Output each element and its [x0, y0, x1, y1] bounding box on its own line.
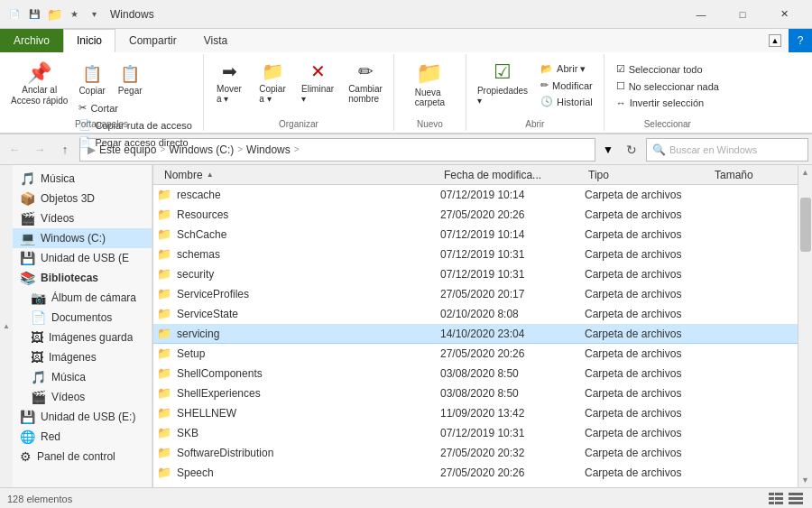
table-row[interactable]: 📁 ShellComponents 03/08/2020 8:50 Carpet…: [153, 364, 798, 383]
docs-icon: 📄: [31, 310, 46, 325]
invertir-button[interactable]: ↔ Invertir selección: [611, 96, 710, 110]
sidebar-item-documentos[interactable]: 📄 Documentos: [13, 308, 152, 328]
sidebar-scroll-up[interactable]: ▲: [0, 165, 13, 487]
scrollbar-down-button[interactable]: ▼: [798, 473, 812, 487]
sidebar-item-musica[interactable]: 🎵 Música: [13, 169, 152, 189]
copiar-button[interactable]: 📋 Copiar: [73, 61, 110, 98]
address-dropdown-button[interactable]: ▼: [599, 138, 617, 162]
table-row[interactable]: 📁 ShellExperiences 03/08/2020 8:50 Carpe…: [153, 383, 798, 403]
sidebar-item-imagenes[interactable]: 🖼 Imágenes: [13, 347, 152, 367]
sort-arrow: ▲: [207, 171, 214, 179]
images-icon: 🖼: [31, 350, 43, 365]
file-name: 📁 security: [153, 267, 433, 281]
eliminar-button[interactable]: ✕ Eliminar▾: [296, 58, 339, 106]
new-folder-icon: 📁: [416, 60, 443, 86]
file-name: 📁 servicing: [153, 327, 433, 340]
maximize-button[interactable]: □: [722, 0, 763, 29]
table-row[interactable]: 📁 SKB 07/12/2019 10:31 Carpeta de archiv…: [153, 423, 798, 443]
music2-icon: 🎵: [31, 370, 46, 384]
mover-button[interactable]: ➡ Movera ▾: [209, 58, 249, 106]
sidebar-item-usb2[interactable]: 💾 Unidad de USB (E:): [13, 407, 152, 427]
table-row[interactable]: 📁 ServiceState 02/10/2020 8:08 Carpeta d…: [153, 304, 798, 324]
tab-inicio[interactable]: Inicio: [63, 29, 115, 52]
crumb-windows[interactable]: Windows: [246, 143, 291, 156]
svg-rect-0: [769, 493, 774, 495]
sidebar-item-red[interactable]: 🌐 Red: [13, 427, 152, 447]
dropdown-arrow-icon[interactable]: ▾: [87, 7, 101, 22]
table-row[interactable]: 📁 Speech 27/05/2020 20:26 Carpeta de arc…: [153, 463, 798, 483]
search-box[interactable]: 🔍 Buscar en Windows: [646, 138, 808, 162]
table-row[interactable]: 📁 security 07/12/2019 10:31 Carpeta de a…: [153, 264, 798, 284]
cambiar-nombre-button[interactable]: ✏ Cambiarnombre: [343, 58, 388, 106]
folder-icon: 📁: [157, 406, 171, 420]
table-row[interactable]: 📁 SchCache 07/12/2019 10:14 Carpeta de a…: [153, 225, 798, 245]
no-sel-button[interactable]: ☐ No seleccionar nada: [611, 79, 724, 94]
minimize-button[interactable]: —: [680, 0, 722, 29]
sidebar-item-musica2[interactable]: 🎵 Música: [13, 367, 152, 387]
file-name: 📁 schemas: [153, 247, 433, 261]
scrollbar-up-button[interactable]: ▲: [798, 165, 812, 180]
list-view-button[interactable]: [767, 491, 785, 507]
tab-vista[interactable]: Vista: [190, 29, 241, 52]
historial-label: Historial: [557, 97, 593, 107]
sidebar-item-usb[interactable]: 💾 Unidad de USB (E: [13, 248, 152, 268]
table-row[interactable]: 📁 SHELLNEW 11/09/2020 13:42 Carpeta de a…: [153, 403, 798, 423]
svg-rect-1: [775, 493, 783, 495]
move-icon: ➡: [222, 60, 237, 82]
help-button[interactable]: ?: [789, 29, 812, 52]
right-scrollbar[interactable]: ▲ ▼: [798, 165, 812, 487]
title-bar: 📄 💾 📁 ★ ▾ Windows — □ ✕: [0, 0, 812, 29]
svg-rect-3: [775, 497, 783, 500]
scrollbar-thumb[interactable]: [800, 198, 811, 252]
portapapeles-content: 📌 Anclar alAcceso rápido 📋 Copiar 📋 Pega…: [5, 54, 198, 164]
tab-compartir[interactable]: Compartir: [115, 29, 190, 52]
table-row[interactable]: 📁 SoftwareDistribution 27/05/2020 20:32 …: [153, 443, 798, 463]
sidebar-item-panel[interactable]: ⚙ Panel de control: [13, 447, 152, 466]
table-row[interactable]: 📁 Resources 27/05/2020 20:26 Carpeta de …: [153, 205, 798, 225]
table-row[interactable]: 📁 rescache 07/12/2019 10:14 Carpeta de a…: [153, 185, 798, 205]
table-row[interactable]: 📁 schemas 07/12/2019 10:31 Carpeta de ar…: [153, 245, 798, 264]
modificar-button[interactable]: ✏ Modificar: [535, 78, 598, 93]
propiedades-button[interactable]: ☑ Propiedades▾: [472, 58, 533, 108]
sidebar-item-bibliotecas[interactable]: 📚 Bibliotecas: [13, 268, 152, 288]
historial-button[interactable]: 🕓 Historial: [535, 94, 598, 109]
3d-icon: 📦: [20, 191, 35, 206]
sidebar-label-usb: Unidad de USB (E: [41, 252, 129, 264]
col-header-nombre[interactable]: Nombre ▲: [157, 169, 437, 181]
file-name: 📁 SchCache: [153, 227, 433, 241]
tab-archivo[interactable]: Archivo: [0, 29, 63, 52]
pegar-button[interactable]: 📋 Pegar: [113, 61, 148, 98]
table-row[interactable]: 📁 servicing 14/10/2020 23:04 Carpeta de …: [153, 324, 798, 344]
network-icon: 🌐: [20, 429, 35, 444]
close-button[interactable]: ✕: [763, 0, 805, 29]
window-title: Windows: [110, 8, 154, 21]
ribbon-collapse-button[interactable]: ▲: [769, 34, 781, 47]
cortar-button[interactable]: ✂ Cortar: [73, 100, 198, 115]
sidebar-item-objetos3d[interactable]: 📦 Objetos 3D: [13, 189, 152, 208]
sidebar-item-windows-c[interactable]: 💻 Windows (C:): [13, 228, 152, 248]
table-row[interactable]: 📁 ServiceProfiles 27/05/2020 20:17 Carpe…: [153, 284, 798, 304]
ribbon: Archivo Inicio Compartir Vista ▲ ? 📌 Anc…: [0, 29, 812, 134]
nueva-carpeta-button[interactable]: 📁 Nuevacarpeta: [410, 58, 450, 110]
file-name: 📁 rescache: [153, 188, 433, 201]
sidebar-item-imagenes-g[interactable]: 🖼 Imágenes guarda: [13, 328, 152, 347]
anclar-button[interactable]: 📌 Anclar alAcceso rápido: [5, 58, 73, 109]
pegar-acceso-button[interactable]: 📄 Pegar acceso directo: [73, 134, 198, 150]
col-header-tipo[interactable]: Tipo: [581, 169, 707, 181]
computer-icon: 💻: [20, 231, 35, 245]
copiar-pegar-row: 📋 Copiar 📋 Pegar: [73, 61, 198, 98]
sidebar-item-videos[interactable]: 🎬 Vídeos: [13, 208, 152, 228]
refresh-button[interactable]: ↻: [621, 139, 642, 161]
ribbon-tabs: Archivo Inicio Compartir Vista ▲ ?: [0, 29, 812, 52]
sidebar-label-panel: Panel de control: [37, 450, 115, 463]
sidebar-item-album[interactable]: 📷 Álbum de cámara: [13, 288, 152, 308]
col-header-tamaño[interactable]: Tamaño: [707, 169, 780, 181]
detail-view-button[interactable]: [787, 491, 805, 507]
sidebar-item-videos2[interactable]: 🎬 Vídeos: [13, 387, 152, 407]
table-row[interactable]: 📁 Setup 27/05/2020 20:26 Carpeta de arch…: [153, 344, 798, 364]
video-icon: 🎬: [20, 211, 35, 226]
col-header-fecha[interactable]: Fecha de modifica...: [437, 169, 581, 181]
copiar-a-button[interactable]: 📁 Copiara ▾: [253, 58, 292, 106]
abrir-button[interactable]: 📂 Abrir ▾: [535, 61, 598, 77]
sel-todo-button[interactable]: ☑ Seleccionar todo: [611, 61, 708, 77]
